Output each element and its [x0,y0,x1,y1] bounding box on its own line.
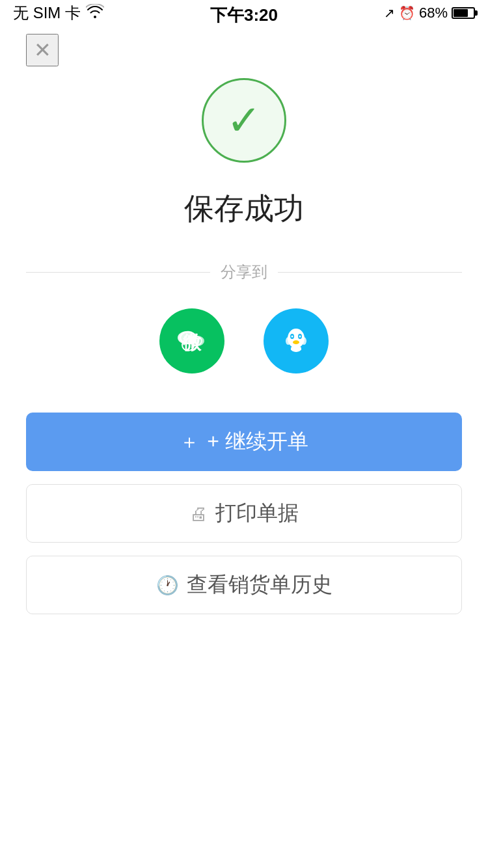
status-bar: 无 SIM 卡 下午3:20 ↗ ⏰ 68% [0,0,488,26]
checkmark-icon: ✓ [226,100,262,141]
battery-percent: 68% [419,5,448,21]
success-title: 保存成功 [184,189,304,229]
share-label: 分享到 [221,262,267,282]
status-carrier: 无 SIM 卡 [13,3,104,23]
action-buttons: ＋ + 继续开单 🖨 打印单据 🕐 查看销货单历史 [26,413,462,614]
print-label: 打印单据 [215,499,299,528]
continue-label: + 继续开单 [207,427,308,456]
history-icon: 🕐 [156,575,179,596]
wechat-icon: 微 [174,323,210,359]
svg-point-16 [286,337,291,345]
history-button[interactable]: 🕐 查看销货单历史 [26,556,462,614]
print-button[interactable]: 🖨 打印单据 [26,484,462,543]
wechat-share-button[interactable]: 微 [159,308,224,373]
print-icon: 🖨 [189,503,208,524]
svg-point-8 [193,340,195,342]
svg-point-9 [197,340,199,342]
svg-point-14 [299,336,301,338]
history-label: 查看销货单历史 [187,571,332,599]
qq-share-button[interactable] [264,308,329,373]
location-icon: ↗ [384,5,395,21]
svg-point-17 [301,337,306,345]
wifi-icon [86,4,104,22]
divider-right [278,272,462,273]
status-right: ↗ ⏰ 68% [384,5,475,21]
svg-point-15 [293,340,299,344]
close-button[interactable]: ✕ [26,34,59,66]
close-icon: ✕ [34,38,51,62]
share-icons: 微 [159,308,329,373]
no-sim-text: 无 SIM 卡 [13,3,81,23]
share-divider: 分享到 [26,262,462,282]
success-circle: ✓ [202,78,286,163]
plus-icon: ＋ [180,429,199,455]
svg-rect-19 [291,347,301,350]
status-time: 下午3:20 [210,4,278,27]
svg-point-5 [184,336,187,338]
svg-point-13 [291,336,293,338]
alarm-icon: ⏰ [399,5,415,21]
qq-icon [278,323,314,359]
continue-button[interactable]: ＋ + 继续开单 [26,413,462,471]
battery-icon [452,7,475,19]
main-content: ✓ 保存成功 分享到 微 [0,26,488,614]
divider-left [26,272,210,273]
